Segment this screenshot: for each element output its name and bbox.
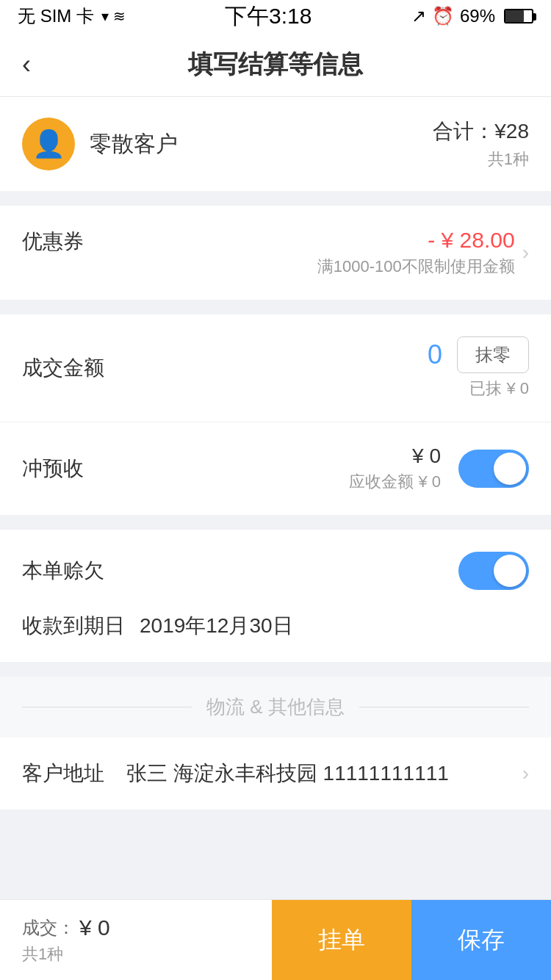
amount-value[interactable]: 0 [428,339,442,370]
round-button[interactable]: 抹零 [457,336,529,373]
divider-line-right [359,707,529,707]
prepay-row: 冲预收 ¥ 0 应收金额 ¥ 0 [0,422,551,515]
coupon-discount: - ¥ 28.00 [317,228,515,253]
status-time: 下午3:18 [225,1,311,32]
debt-label: 本单赊欠 [22,557,104,585]
total-amount: 合计：¥28 [433,118,529,145]
coupon-row: 优惠券 - ¥ 28.00 满1000-100不限制使用金额 › [22,228,529,278]
coupon-chevron: › [522,241,529,264]
prepay-toggle[interactable] [458,450,529,488]
bottom-count: 共1种 [22,943,250,965]
address-chevron: › [522,762,529,785]
save-button[interactable]: 保存 [411,900,551,980]
customer-total: 合计：¥28 共1种 [433,118,529,170]
amount-label: 成交金额 [22,354,104,382]
prepay-value-area: ¥ 0 应收金额 ¥ 0 [349,444,441,493]
total-count: 共1种 [433,148,529,170]
debt-section: 本单赊欠 收款到期日 2019年12月30日 [0,530,551,662]
address-row[interactable]: 客户地址 张三 海淀永丰科技园 11111111111 › [0,738,551,810]
alarm-icon: ⏰ [432,6,454,26]
due-date-value[interactable]: 2019年12月30日 [140,612,293,640]
location-icon: ↗ [411,6,426,26]
status-right: ↗ ⏰ 69% [411,6,533,26]
customer-name: 零散客户 [90,129,178,159]
address-label: 客户地址 [22,760,104,788]
amount-row: 成交金额 0 抹零 已抹 ¥ 0 [0,314,551,422]
prepay-sub: 应收金额 ¥ 0 [349,471,441,493]
amount-input-area: 0 抹零 [428,336,529,373]
debt-row: 本单赊欠 [0,530,551,612]
avatar-icon: 👤 [32,129,65,159]
debt-toggle-knob [494,555,526,587]
avatar: 👤 [22,118,75,170]
due-date-label: 收款到期日 [22,612,125,640]
nav-bar: ‹ 填写结算等信息 [0,32,551,97]
logistics-label: 物流 & 其他信息 [192,694,359,720]
coupon-right: - ¥ 28.00 满1000-100不限制使用金额 › [317,228,529,278]
status-left: 无 SIM 卡 ▾ ≋ [18,4,126,28]
due-date-row: 收款到期日 2019年12月30日 [0,612,551,662]
bottom-info: 成交： ¥ 0 共1种 [0,900,272,980]
amount-sub: 已抹 ¥ 0 [469,378,529,400]
status-bar: 无 SIM 卡 ▾ ≋ 下午3:18 ↗ ⏰ 69% [0,0,551,32]
prepay-value: ¥ 0 [349,444,441,468]
prepay-label: 冲预收 [22,455,84,483]
logistics-section: 物流 & 其他信息 客户地址 张三 海淀永丰科技园 11111111111 › [0,677,551,810]
amount-right: 0 抹零 已抹 ¥ 0 [428,336,529,400]
coupon-label: 优惠券 [22,228,84,256]
content-area: 👤 零散客户 合计：¥28 共1种 优惠券 - ¥ 28.00 满1000-10… [0,97,551,980]
prepay-right: ¥ 0 应收金额 ¥ 0 [349,444,529,493]
toggle-knob [494,453,526,485]
bottom-amount: ¥ 0 [79,915,110,940]
coupon-sub: 满1000-100不限制使用金额 [317,256,515,278]
transaction-section: 成交金额 0 抹零 已抹 ¥ 0 冲预收 ¥ 0 应收金额 ¥ 0 [0,314,551,515]
back-button[interactable]: ‹ [22,49,31,80]
address-value: 张三 海淀永丰科技园 11111111111 [126,760,522,788]
logistics-divider: 物流 & 其他信息 [0,677,551,738]
coupon-value-area: - ¥ 28.00 满1000-100不限制使用金额 [317,228,515,278]
hold-button[interactable]: 挂单 [272,900,411,980]
bottom-label: 成交： [22,916,75,940]
coupon-section[interactable]: 优惠券 - ¥ 28.00 满1000-100不限制使用金额 › [0,206,551,300]
bottom-bar: 成交： ¥ 0 共1种 挂单 保存 [0,899,551,980]
battery-icon [504,9,533,24]
customer-info: 👤 零散客户 [22,118,178,170]
bottom-trans-line: 成交： ¥ 0 [22,915,250,940]
divider-line-left [22,707,192,707]
customer-section: 👤 零散客户 合计：¥28 共1种 [0,97,551,191]
carrier-text: 无 SIM 卡 [18,4,94,28]
wifi-icon: ▾ ≋ [101,7,126,25]
debt-toggle[interactable] [458,552,529,590]
battery-text: 69% [460,6,495,26]
page-title: 填写结算等信息 [188,48,363,82]
